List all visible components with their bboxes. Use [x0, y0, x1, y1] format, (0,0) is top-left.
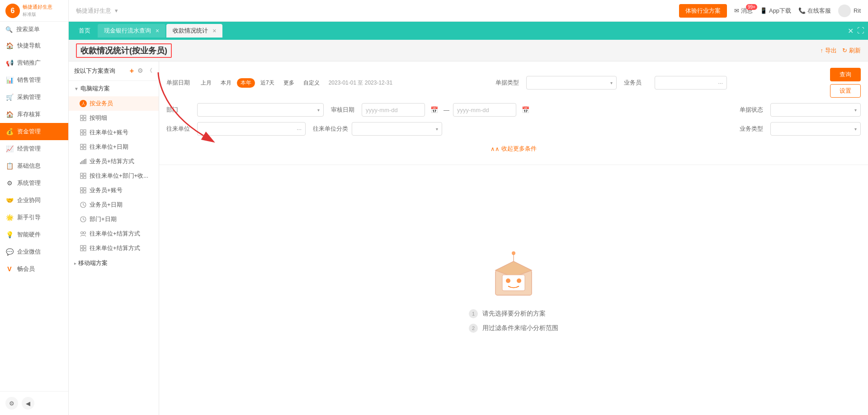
sidebar-item-finance[interactable]: 💰 资金管理: [0, 123, 68, 140]
scheme-item-salesperson-account[interactable]: 业务员+账号: [69, 183, 159, 198]
scheme-item-dept-date[interactable]: 部门+日期: [69, 212, 159, 226]
filter-review-date-item: 审核日期 yyyy-mm-dd 📅 — yyyy-mm-dd 📅: [331, 103, 531, 117]
doc-status-select[interactable]: ▾: [770, 103, 861, 117]
partner-select[interactable]: ···: [197, 122, 306, 136]
salesperson-more-icon[interactable]: ···: [718, 80, 723, 86]
scheme-item-partner-date[interactable]: 往来单位+日期: [69, 140, 159, 154]
scheme-item-salesperson-settlement[interactable]: 业务员+结算方式: [69, 154, 159, 169]
sidebar-item-operation-label: 经营管理: [17, 145, 41, 153]
partner-category-select[interactable]: ▾: [352, 122, 442, 136]
filter-partner-item: 往来单位 ···: [166, 122, 306, 136]
scheme-item-partner-settlement2[interactable]: 往来单位+结算方式: [69, 241, 159, 255]
scheme-item-salesperson-date[interactable]: 业务员+日期: [69, 198, 159, 212]
tab-expand-icon[interactable]: ⛶: [857, 27, 864, 35]
scheme-group-mobile-title[interactable]: ▸ 移动端方案: [69, 255, 159, 271]
svg-rect-5: [84, 130, 86, 132]
sidebar-collapse-btn[interactable]: ◀: [22, 397, 34, 410]
business-type-select[interactable]: ▾: [770, 122, 861, 136]
scheme-item-by-detail[interactable]: 按明细: [69, 111, 159, 125]
tab-bank-close-icon[interactable]: ×: [156, 27, 159, 34]
sidebar-item-hardware[interactable]: 💡 智能硬件: [0, 226, 68, 243]
calendar-start-icon[interactable]: 📅: [429, 106, 440, 113]
salesperson-date-icon: [80, 201, 87, 208]
collapse-icon: ∧∧: [491, 146, 500, 152]
empty-state-area: 1 请先选择要分析的方案 2 用过滤条件来缩小分析范围: [159, 165, 868, 415]
sidebar-item-member-label: 畅会员: [17, 265, 35, 273]
scheme-collapse-btn[interactable]: 《: [146, 66, 153, 76]
empty-step-1: 1 请先选择要分析的方案: [469, 309, 558, 318]
message-btn[interactable]: ✉ 消息 99+: [734, 7, 753, 15]
filter-doc-status-item: 单据状态 ▾: [740, 103, 861, 117]
scheme-item-partner-settlement1[interactable]: 往来单位+结算方式: [69, 226, 159, 241]
svg-line-27: [83, 205, 85, 206]
date-tab-prev-month[interactable]: 上月: [197, 78, 215, 88]
collapse-more-btn[interactable]: ∧∧ 收起更多条件: [166, 141, 861, 156]
setting-btn[interactable]: 设置: [830, 84, 861, 98]
online-service-btn[interactable]: 📞 在线客服: [798, 7, 831, 15]
user-area[interactable]: Rit: [838, 5, 861, 17]
partner-account-icon: [80, 129, 87, 136]
hardware-icon: 💡: [5, 231, 14, 239]
scheme-item-partner-dept-receipt[interactable]: 按往来单位+部门+收...: [69, 169, 159, 183]
scheme-group-desktop-title[interactable]: ▼ 电脑端方案: [69, 81, 159, 96]
export-btn[interactable]: ↑ 导出: [821, 47, 837, 55]
refresh-label: 刷新: [849, 47, 861, 55]
refresh-btn[interactable]: ↻ 刷新: [842, 47, 861, 55]
search-menu-label: 搜索菜单: [16, 25, 40, 33]
sidebar-item-enterprise[interactable]: 🤝 企业协同: [0, 192, 68, 209]
svg-rect-17: [80, 173, 83, 175]
tab-close-all-icon[interactable]: ✕: [848, 27, 854, 35]
svg-rect-2: [80, 118, 83, 121]
sidebar-item-purchase[interactable]: 🛒 采购管理: [0, 89, 68, 106]
scheme-item-by-salesperson[interactable]: 人 按业务员: [69, 96, 159, 111]
calendar-end-icon[interactable]: 📅: [520, 106, 531, 113]
tab-receipt[interactable]: 收款情况统计 ×: [166, 24, 222, 38]
sidebar-item-basic[interactable]: 📋 基础信息: [0, 157, 68, 174]
svg-rect-15: [84, 159, 85, 164]
action-btns: 查询 设置: [830, 68, 861, 98]
sidebar-item-inventory[interactable]: 🏠 库存核算: [0, 106, 68, 123]
service-icon: 📞: [798, 7, 806, 14]
tab-receipt-close-icon[interactable]: ×: [212, 27, 216, 34]
app-download-btn[interactable]: 📱 App下载: [760, 7, 791, 15]
salesperson-select[interactable]: ···: [655, 76, 727, 90]
tab-bank[interactable]: 现金银行流水查询 ×: [98, 24, 165, 38]
date-tab-more[interactable]: 更多: [280, 78, 298, 88]
doc-type-select[interactable]: ▾: [526, 76, 617, 90]
member-icon: V: [5, 265, 14, 273]
sidebar-item-guide[interactable]: 🌟 新手引导: [0, 209, 68, 226]
query-btn[interactable]: 查询: [830, 68, 861, 81]
dept-select[interactable]: ▾: [197, 103, 324, 117]
trial-btn[interactable]: 体验行业方案: [679, 4, 727, 18]
scheme-add-btn[interactable]: +: [129, 66, 135, 76]
review-date-end[interactable]: yyyy-mm-dd: [453, 103, 516, 117]
sidebar-item-quicknav[interactable]: 🏠 快捷导航: [0, 37, 68, 54]
refresh-icon: ↻: [842, 47, 847, 54]
svg-rect-7: [84, 133, 86, 135]
partner-dots-icon[interactable]: ···: [297, 126, 302, 132]
date-tab-last7[interactable]: 近7天: [257, 78, 278, 88]
scheme-settings-btn[interactable]: ⚙: [137, 66, 144, 76]
scheme-item-partner-account[interactable]: 往来单位+账号: [69, 125, 159, 140]
salesperson-settlement-icon: [80, 158, 87, 165]
sidebar-item-wechat[interactable]: 💬 企业微信: [0, 243, 68, 260]
sidebar-item-marketing[interactable]: 📢 营销推广: [0, 54, 68, 71]
date-tab-this-year[interactable]: 本年: [237, 78, 255, 88]
date-tabs: 上月 本月 本年 近7天 更多 自定义: [197, 78, 323, 88]
sidebar-item-member[interactable]: V 畅会员: [0, 260, 68, 278]
filter-business-type-item: 业务类型 ▾: [740, 122, 861, 136]
tab-home[interactable]: 首页: [72, 24, 97, 38]
sidebar-settings-btn[interactable]: ⚙: [5, 397, 18, 410]
filter-doc-type-item: 单据类型 ▾: [495, 76, 617, 90]
date-tab-this-month[interactable]: 本月: [217, 78, 235, 88]
sidebar-item-operation[interactable]: 📈 经营管理: [0, 140, 68, 157]
date-tab-custom[interactable]: 自定义: [300, 78, 323, 88]
svg-rect-24: [84, 191, 86, 193]
sidebar-item-system[interactable]: ⚙ 系统管理: [0, 174, 68, 192]
tabbar-right: ✕ ⛶: [848, 27, 864, 35]
partner-category-chevron: ▾: [436, 127, 438, 132]
quicknav-icon: 🏠: [5, 42, 14, 50]
review-date-start[interactable]: yyyy-mm-dd: [362, 103, 425, 117]
sidebar-item-sales[interactable]: 📊 销售管理: [0, 71, 68, 89]
search-menu[interactable]: 🔍 搜索菜单: [0, 22, 68, 37]
